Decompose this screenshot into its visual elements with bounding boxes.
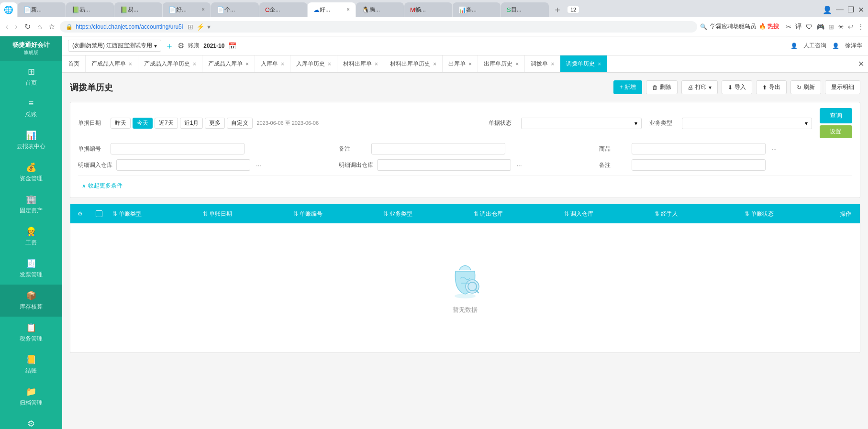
date-btn-7days[interactable]: 近7天 [155,118,178,129]
page-tab-10[interactable]: 调拨单 × [525,55,560,73]
new-tab-button[interactable]: ＋ [549,4,566,15]
sidebar-item-salary[interactable]: 👷 工资 [0,220,62,253]
company-selector[interactable]: (勿删勿禁用) 江西服宝测试专用 ▾ [68,40,161,52]
date-btn-today[interactable]: 今天 [133,118,153,129]
date-btn-yesterday[interactable]: 昨天 [111,118,131,129]
browser-tab-10[interactable]: S 目... [501,2,549,17]
detail-out-ellipsis[interactable]: ··· [515,162,524,169]
tab-action-maximize[interactable]: ❐ [847,5,854,14]
th-settings[interactable]: ⚙ [70,210,89,217]
th-biz[interactable]: ⇅ 业务类型 [379,210,470,218]
browser-tab-4[interactable]: 📄 个... [211,2,259,17]
sidebar-item-assets[interactable]: 🏢 固定资产 [0,188,62,220]
settings-gear-icon[interactable]: ⚙ [178,41,184,50]
th-handler[interactable]: ⇅ 经手人 [651,210,741,218]
new-button[interactable]: + 新增 [613,80,642,94]
sidebar-logo[interactable]: 畅捷通好会计 旗舰版 [0,36,62,61]
tab-action-minimize[interactable]: — [836,5,844,14]
back-button[interactable]: ‹ [4,22,10,32]
browser-tab-0[interactable]: 📄 新... [18,2,66,17]
th-status[interactable]: ⇅ 单账状态 [741,210,831,218]
page-tab-3[interactable]: 产成品入库单 × [202,55,255,73]
import-button[interactable]: ⬇ 导入 [722,80,752,94]
refresh-button[interactable]: ↻ [22,21,33,32]
status-select[interactable]: ▾ [521,118,642,129]
docno-input[interactable] [111,143,245,154]
browser-tab-2[interactable]: 📗 易... [114,2,162,17]
tab-action-close[interactable]: ✕ [858,5,864,14]
goods-input[interactable] [632,143,766,154]
page-tab-1[interactable]: 产成品入库单 × [86,55,138,73]
browser-tab-8[interactable]: M 畅... [404,2,452,17]
sidebar-item-finance[interactable]: 💰 资金管理 [0,156,62,188]
page-tab-7[interactable]: 材料出库单历史 × [384,55,443,73]
forward-button[interactable]: › [13,22,19,32]
shield-icon[interactable]: 🛡 [806,23,812,31]
tab-close-8[interactable]: × [468,61,472,67]
th-in[interactable]: ⇅ 调入仓库 [560,210,651,218]
th-type[interactable]: ⇅ 单账类型 [109,210,199,218]
sidebar-item-settings[interactable]: ⚙ 基础设置 [0,413,62,429]
tab-close-2[interactable]: × [193,61,196,67]
sidebar-item-ledger[interactable]: ≡ 总账 [0,93,62,124]
browser-tab-logo[interactable]: 🌐 [0,2,17,17]
tab-action-profile[interactable]: 👤 [823,5,832,14]
tab-close-9[interactable]: × [515,61,519,67]
date-btn-custom[interactable]: 自定义 [227,118,253,129]
tab-close-6[interactable]: × [375,61,378,67]
settings-button[interactable]: 设置 [820,125,852,138]
calendar-icon[interactable]: 📅 [228,42,236,50]
detail-in-input[interactable] [116,159,250,171]
page-tab-4[interactable]: 入库单 × [255,55,290,73]
tabs-close-all[interactable]: ✕ [854,59,868,68]
select-all-checkbox[interactable] [96,210,102,217]
goods-ellipsis[interactable]: ··· [769,145,779,153]
bookmark-button[interactable]: ☆ [46,21,57,32]
tab-close-5[interactable]: × [328,61,331,67]
delete-button[interactable]: 🗑 删除 [646,80,678,94]
refresh-button[interactable]: ↻ 刷新 [790,80,821,94]
tab-close-7[interactable]: × [433,61,436,67]
detail-in-ellipsis[interactable]: ··· [254,162,263,169]
page-tab-5[interactable]: 入库单历史 × [290,55,337,73]
display-button[interactable]: 显示明细 [825,80,860,94]
page-tab-8[interactable]: 出库单 × [443,55,478,73]
browser-tab-9[interactable]: 📊 各... [453,2,501,17]
grid-icon[interactable]: ⊞ [828,23,834,31]
scissors-icon[interactable]: ✂ [786,23,791,31]
url-box[interactable]: 🔒 https://cloud.chanjet.com/accounting/u… [60,21,697,33]
user-avatar[interactable]: 👤 [832,43,839,49]
sidebar-item-reports[interactable]: 📊 云报表中心 [0,124,62,156]
page-tab-9[interactable]: 出库单历史 × [478,55,525,73]
undo-icon[interactable]: ↩ [848,23,854,31]
tab-close-3[interactable]: × [245,61,249,67]
more-icon[interactable]: ⋮ [857,23,864,31]
browser-tab-3[interactable]: 📄 好... × [163,2,211,17]
export-button[interactable]: ⬆ 导出 [756,80,787,94]
page-tab-6[interactable]: 材料出库单 × [337,55,384,73]
sidebar-item-tax[interactable]: 📋 税务管理 [0,317,62,349]
th-no[interactable]: ⇅ 单账编号 [289,210,380,218]
sidebar-item-inventory[interactable]: 📦 库存核算 [0,285,62,317]
sidebar-item-home[interactable]: ⊞ 首页 [0,61,62,93]
browser-tab-5[interactable]: C 企... [259,2,307,17]
biz-type-select[interactable]: ▾ [682,118,812,129]
collapse-button[interactable]: ∧ 收起更多条件 [78,180,852,192]
tab-close-11[interactable]: × [598,61,601,67]
print-button[interactable]: 🖨 打印 ▾ [681,80,718,94]
query-button[interactable]: 查询 [820,108,852,123]
th-date[interactable]: ⇅ 单账日期 [199,210,289,218]
detail-remark-input[interactable] [632,159,766,171]
brightness-icon[interactable]: ☀ [838,23,844,31]
consult-label[interactable]: 人工咨询 [803,42,826,50]
page-tab-11[interactable]: 调拨单历史 × [560,55,607,73]
page-tab-home[interactable]: 首页 [62,55,86,73]
detail-out-input[interactable] [377,159,511,171]
tab-close-4[interactable]: × [281,61,284,67]
page-tab-2[interactable]: 产成品入库单历史 × [138,55,202,73]
home-button[interactable]: ⌂ [35,22,44,32]
tab-close-1[interactable]: × [129,61,132,67]
th-checkbox[interactable] [89,210,109,217]
browser-tab-6[interactable]: ☁ 好... × [308,2,356,17]
sidebar-item-archive[interactable]: 📁 归档管理 [0,381,62,413]
